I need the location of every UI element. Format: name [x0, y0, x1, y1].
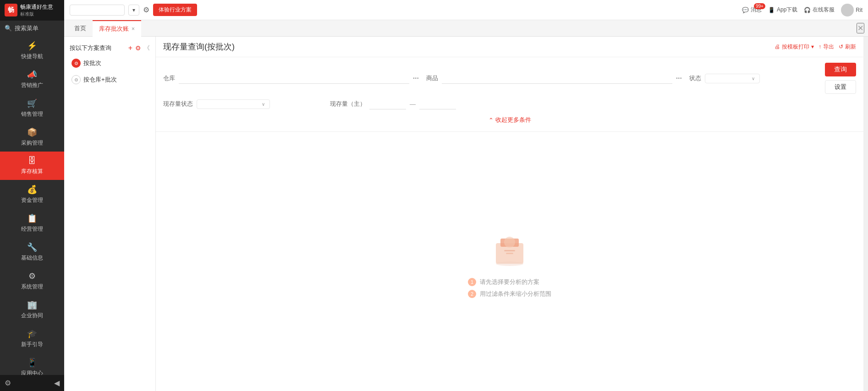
app-download-btn[interactable]: 📱 App下载	[768, 6, 797, 14]
goods-more-btn[interactable]: ···	[676, 74, 682, 82]
status-select[interactable]: ∨	[705, 74, 760, 83]
topbar-gear-icon[interactable]: ⚙	[143, 5, 149, 14]
messages-badge: 99+	[754, 3, 765, 9]
tabbar: 首页 库存批次账 × ✕	[64, 20, 868, 37]
filter-group-stock-qty: 现存量（主） —	[330, 98, 467, 109]
filter-group-warehouse: 仓库 ···	[163, 73, 419, 84]
inventory-icon: 🗄	[28, 156, 36, 166]
warehouse-input[interactable]	[179, 73, 409, 84]
print-icon: 🖨	[775, 43, 780, 50]
stock-qty-to-input[interactable]	[419, 98, 456, 109]
topbar-left: ▾ ⚙ 体验行业方案	[70, 4, 738, 16]
operations-icon: 📋	[27, 213, 37, 223]
empty-hint-1: 1 请先选择要分析的方案	[468, 278, 551, 286]
online-service-btn[interactable]: 🎧 在线客服	[804, 6, 835, 14]
topbar-dropdown-btn[interactable]: ▾	[128, 5, 139, 16]
sidebar-item-basic-info[interactable]: 🔧 基础信息	[0, 238, 64, 266]
sidebar-item-app-center[interactable]: 📱 应用中心	[0, 353, 64, 375]
empty-illustration	[487, 225, 533, 271]
headset-icon: 🎧	[804, 7, 811, 13]
scheme-collapse-btn[interactable]: 《	[144, 44, 150, 52]
tab-home[interactable]: 首页	[68, 21, 93, 36]
sidebar-header: 畅 畅康通好生意 标准版	[0, 0, 64, 21]
sidebar-item-system[interactable]: ⚙ 系统管理	[0, 266, 64, 295]
filter-group-goods: 商品 ···	[426, 73, 682, 84]
query-button[interactable]: 查询	[825, 63, 856, 76]
basic-info-icon: 🔧	[27, 242, 37, 252]
scheme-icon-filled: ⚙	[71, 59, 81, 68]
status-arrow: ∨	[752, 76, 755, 81]
filter-group-status: 状态 ∨	[689, 74, 818, 83]
message-icon: 💬	[742, 7, 749, 13]
action-buttons: 查询 设置	[825, 63, 856, 94]
refresh-btn[interactable]: ↺ 刷新	[839, 43, 856, 51]
user-avatar-btn[interactable]: Rit	[841, 4, 863, 16]
app-logo: 畅	[5, 4, 17, 16]
sidebar-footer: ⚙ ◀	[0, 375, 64, 391]
scheme-item-by-batch[interactable]: ⚙ 按批次	[64, 55, 155, 71]
sidebar-item-finance[interactable]: 💰 资金管理	[0, 180, 64, 209]
sidebar-item-quick-nav[interactable]: ⚡ 快捷导航	[0, 36, 64, 65]
topbar-search-input[interactable]	[70, 5, 125, 16]
messages-btn[interactable]: 💬 消息 99+	[742, 6, 762, 14]
system-icon: ⚙	[28, 271, 36, 281]
trial-button[interactable]: 体验行业方案	[153, 4, 197, 16]
tab-inventory-batch[interactable]: 库存批次账 ×	[93, 20, 141, 37]
svg-rect-3	[504, 250, 515, 251]
search-icon: 🔍	[5, 25, 12, 32]
app-center-icon: 📱	[27, 358, 37, 368]
stock-qty-from-input[interactable]	[369, 98, 406, 109]
warehouse-more-btn[interactable]: ···	[413, 74, 419, 82]
export-btn[interactable]: ↑ 导出	[819, 43, 834, 51]
app-title: 畅康通好生意 标准版	[20, 4, 53, 17]
empty-hints: 1 请先选择要分析的方案 2 用过滤条件来缩小分析范围	[468, 278, 551, 298]
sidebar-collapse-btn[interactable]: ◀	[54, 379, 60, 387]
user-avatar	[841, 4, 854, 16]
empty-hint-2: 2 用过滤条件来缩小分析范围	[468, 290, 551, 298]
scheme-settings-btn[interactable]: ⚙	[135, 44, 141, 52]
scheme-add-btn[interactable]: +	[128, 44, 132, 52]
svg-point-2	[504, 237, 515, 248]
sidebar-item-purchase[interactable]: 📦 采购管理	[0, 123, 64, 152]
topbar-right: 💬 消息 99+ 📱 App下载 🎧 在线客服 Rit	[742, 4, 863, 16]
filter-group-stock-status: 现存量状态 ∨	[163, 99, 319, 109]
filter-row-1: 仓库 ··· 商品 ··· 状态	[163, 63, 856, 94]
title-actions: 🖨 按模板打印 ▾ ↑ 导出 ↺ 刷新	[775, 43, 856, 51]
stock-status-select[interactable]: ∨	[197, 99, 270, 109]
right-scrollbar	[863, 37, 868, 391]
sidebar-item-operations[interactable]: 📋 经营管理	[0, 209, 64, 238]
goods-input[interactable]	[442, 73, 672, 84]
sidebar-item-enterprise[interactable]: 🏢 企业协同	[0, 295, 64, 324]
scheme-item-by-warehouse-batch[interactable]: ⚙ 按仓库+批次	[64, 71, 155, 88]
page-content: 按以下方案查询 + ⚙ 《 ⚙ 按批次 ⚙	[64, 37, 868, 391]
sidebar-nav: 🔍 搜索菜单 ⚡ 快捷导航 📣 营销推广 🛒 销售管理 📦 采购管理 🗄	[0, 21, 64, 375]
sidebar-item-sales[interactable]: 🛒 销售管理	[0, 94, 64, 123]
filter-area: 仓库 ··· 商品 ··· 状态	[156, 57, 863, 132]
sidebar-search[interactable]: 🔍 搜索菜单	[0, 21, 64, 36]
sidebar-settings-btn[interactable]: ⚙	[5, 379, 11, 387]
tab-close-btn[interactable]: ×	[132, 26, 135, 32]
right-content: 现存量查询(按批次) 🖨 按模板打印 ▾ ↑ 导出 ↺	[156, 37, 863, 391]
sidebar-item-inventory[interactable]: 🗄 库存核算	[0, 152, 64, 180]
filter-collapse-btn[interactable]: ⌃ 收起更多条件	[163, 114, 856, 126]
scheme-panel-actions: + ⚙ 《	[128, 44, 150, 52]
sidebar-item-marketing[interactable]: 📣 营销推广	[0, 65, 64, 94]
svg-point-5	[496, 261, 523, 266]
guide-icon: 🎓	[27, 329, 37, 339]
export-icon: ↑	[819, 43, 821, 50]
marketing-icon: 📣	[27, 70, 37, 80]
enterprise-icon: 🏢	[27, 300, 37, 310]
scheme-panel: 按以下方案查询 + ⚙ 《 ⚙ 按批次 ⚙	[64, 37, 156, 391]
print-btn[interactable]: 🖨 按模板打印 ▾	[775, 43, 814, 51]
page-title-bar: 现存量查询(按批次) 🖨 按模板打印 ▾ ↑ 导出 ↺	[156, 37, 863, 57]
close-panel-btn[interactable]: ✕	[857, 23, 864, 33]
scheme-icon-outline: ⚙	[71, 75, 81, 84]
settings-button[interactable]: 设置	[825, 80, 856, 94]
chevron-up-icon: ⌃	[489, 117, 494, 124]
page-title: 现存量查询(按批次)	[163, 41, 235, 52]
stock-status-arrow: ∨	[262, 102, 265, 107]
empty-state: 1 请先选择要分析的方案 2 用过滤条件来缩小分析范围	[156, 132, 863, 391]
sidebar-item-guide[interactable]: 🎓 新手引导	[0, 324, 64, 353]
phone-icon: 📱	[768, 7, 775, 13]
quick-nav-icon: ⚡	[27, 41, 37, 51]
